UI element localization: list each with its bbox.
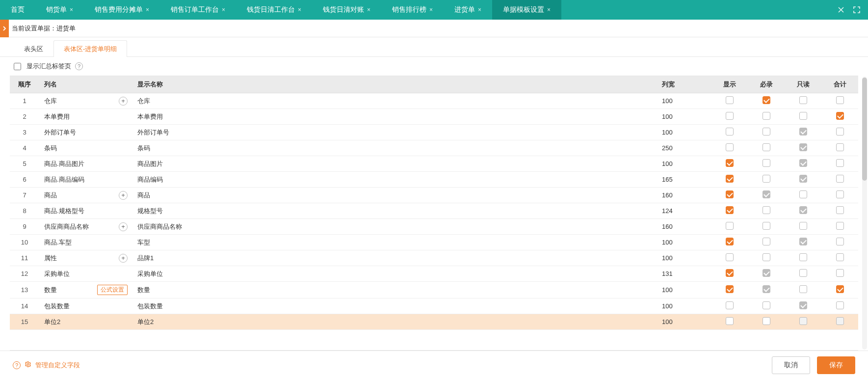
checkbox[interactable] — [836, 112, 844, 120]
checkbox[interactable] — [726, 317, 734, 325]
cell-width[interactable]: 100 — [657, 156, 711, 172]
checkbox[interactable] — [836, 96, 844, 104]
table-row[interactable]: 3外部订单号外部订单号100 — [10, 125, 858, 140]
checkbox[interactable] — [763, 128, 770, 135]
cell-width[interactable]: 131 — [657, 266, 711, 282]
checkbox[interactable] — [836, 143, 844, 151]
top-tab-8[interactable]: 单据模板设置× — [492, 0, 561, 20]
top-tab-1[interactable]: 销货单× — [35, 0, 84, 20]
breadcrumb-expand-icon[interactable] — [0, 20, 9, 37]
table-row[interactable]: 14包装数量包装数量100 — [10, 298, 858, 314]
fullscreen-icon[interactable] — [852, 5, 861, 14]
cell-display-name[interactable]: 车型 — [132, 235, 657, 250]
cell-width[interactable]: 100 — [657, 235, 711, 250]
cell-display-name[interactable]: 商品 — [132, 188, 657, 203]
table-row[interactable]: 15单位2单位2100 — [10, 314, 858, 330]
checkbox[interactable] — [763, 253, 770, 261]
checkbox[interactable] — [836, 159, 844, 167]
close-icon[interactable]: × — [146, 6, 149, 13]
checkbox[interactable] — [726, 253, 734, 261]
table-row[interactable]: 5商品.商品图片商品图片100 — [10, 156, 858, 172]
checkbox[interactable] — [763, 96, 770, 104]
close-icon[interactable]: × — [429, 6, 433, 13]
cell-display-name[interactable]: 仓库 — [132, 93, 657, 109]
checkbox[interactable] — [763, 190, 770, 198]
close-icon[interactable]: × — [547, 6, 551, 13]
cell-width[interactable]: 160 — [657, 219, 711, 235]
add-icon[interactable]: + — [119, 97, 128, 106]
close-icon[interactable]: × — [298, 6, 301, 13]
cell-width[interactable]: 100 — [657, 93, 711, 109]
checkbox[interactable] — [799, 112, 807, 120]
checkbox[interactable] — [763, 159, 770, 167]
close-icon[interactable]: × — [478, 6, 481, 13]
checkbox[interactable] — [836, 128, 844, 135]
checkbox[interactable] — [726, 159, 734, 167]
checkbox[interactable] — [726, 128, 734, 135]
cell-display-name[interactable]: 条码 — [132, 140, 657, 156]
table-row[interactable]: 9供应商商品名称+供应商商品名称160 — [10, 219, 858, 235]
show-summary-tab-checkbox[interactable] — [14, 63, 21, 70]
checkbox[interactable] — [726, 175, 734, 183]
cell-width[interactable]: 100 — [657, 282, 711, 298]
checkbox[interactable] — [836, 253, 844, 261]
checkbox[interactable] — [726, 96, 734, 104]
add-icon[interactable]: + — [119, 191, 128, 200]
manage-custom-fields-link[interactable]: 管理自定义字段 — [35, 361, 80, 370]
cell-display-name[interactable]: 单位2 — [132, 314, 657, 330]
top-tab-7[interactable]: 进货单× — [444, 0, 492, 20]
checkbox[interactable] — [763, 269, 770, 277]
checkbox[interactable] — [799, 175, 807, 183]
cell-display-name[interactable]: 商品编码 — [132, 172, 657, 188]
cell-display-name[interactable]: 商品图片 — [132, 156, 657, 172]
checkbox[interactable] — [726, 112, 734, 120]
formula-setting-button[interactable]: 公式设置 — [97, 285, 128, 295]
checkbox[interactable] — [763, 175, 770, 183]
checkbox[interactable] — [763, 317, 770, 325]
checkbox[interactable] — [836, 190, 844, 198]
checkbox[interactable] — [726, 269, 734, 277]
table-row[interactable]: 1仓库+仓库100 — [10, 93, 858, 109]
checkbox[interactable] — [763, 143, 770, 151]
cell-display-name[interactable]: 采购单位 — [132, 266, 657, 282]
cell-width[interactable]: 165 — [657, 172, 711, 188]
checkbox[interactable] — [799, 96, 807, 104]
checkbox[interactable] — [726, 285, 734, 293]
checkbox[interactable] — [799, 128, 807, 135]
checkbox[interactable] — [799, 253, 807, 261]
top-tab-0[interactable]: 首页 — [0, 0, 35, 20]
checkbox[interactable] — [726, 301, 734, 309]
cell-display-name[interactable]: 品牌1 — [132, 250, 657, 266]
top-tab-2[interactable]: 销售费用分摊单× — [84, 0, 160, 20]
checkbox[interactable] — [726, 238, 734, 245]
checkbox[interactable] — [763, 238, 770, 245]
checkbox[interactable] — [726, 222, 734, 230]
checkbox[interactable] — [799, 143, 807, 151]
cell-width[interactable]: 100 — [657, 298, 711, 314]
checkbox[interactable] — [836, 206, 844, 214]
cell-width[interactable]: 160 — [657, 188, 711, 203]
checkbox[interactable] — [763, 206, 770, 214]
checkbox[interactable] — [799, 269, 807, 277]
checkbox[interactable] — [836, 175, 844, 183]
table-row[interactable]: 13数量公式设置数量100 — [10, 282, 858, 298]
cell-display-name[interactable]: 规格型号 — [132, 203, 657, 219]
footer-help-icon[interactable]: ? — [13, 361, 21, 369]
checkbox[interactable] — [799, 190, 807, 198]
sub-tab-1[interactable]: 表体区-进货单明细 — [53, 40, 127, 57]
table-row[interactable]: 12采购单位采购单位131 — [10, 266, 858, 282]
cell-width[interactable]: 124 — [657, 203, 711, 219]
table-row[interactable]: 2本单费用本单费用100 — [10, 109, 858, 125]
table-row[interactable]: 8商品.规格型号规格型号124 — [10, 203, 858, 219]
checkbox[interactable] — [799, 285, 807, 293]
cell-width[interactable]: 100 — [657, 314, 711, 330]
top-tab-4[interactable]: 钱货日清工作台× — [236, 0, 312, 20]
table-row[interactable]: 6商品.商品编码商品编码165 — [10, 172, 858, 188]
save-button[interactable]: 保存 — [817, 356, 855, 374]
checkbox[interactable] — [799, 301, 807, 309]
checkbox[interactable] — [726, 143, 734, 151]
cell-display-name[interactable]: 数量 — [132, 282, 657, 298]
cell-width[interactable]: 100 — [657, 109, 711, 125]
cell-display-name[interactable]: 包装数量 — [132, 298, 657, 314]
top-tab-5[interactable]: 钱货日清对账× — [312, 0, 381, 20]
